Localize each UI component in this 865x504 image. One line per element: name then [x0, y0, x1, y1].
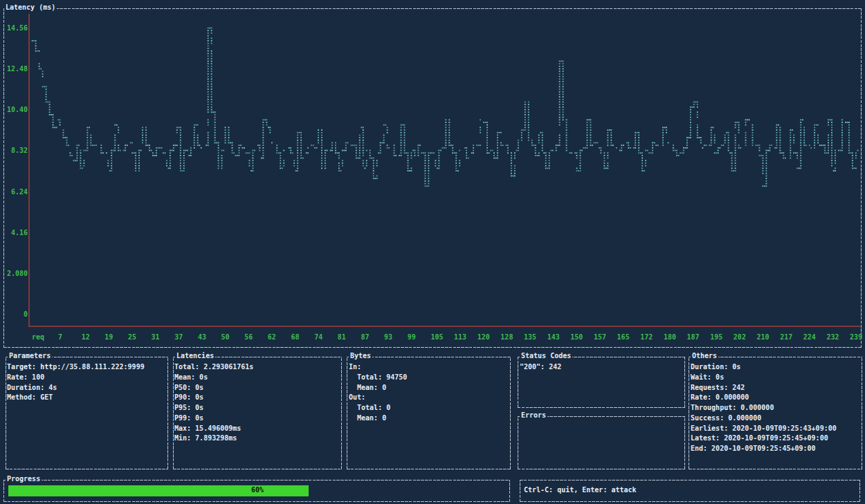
progress-panel: Progress 60% — [3, 480, 510, 502]
bytes-line: In: — [349, 362, 407, 373]
bytes-line: Out: — [349, 393, 407, 403]
latencies-line: P50: 0s — [174, 383, 253, 393]
terminal-screen[interactable]: Latency (ms) 14.5612.4810.408.326.244.16… — [0, 0, 865, 504]
others-panel: Others Duration: 0sWait: 0sRequests: 242… — [689, 357, 862, 469]
bytes-line: Mean: 0 — [349, 413, 407, 424]
errors-panel: Errors — [518, 416, 685, 469]
keybinds-panel: Ctrl-C: quit, Enter: attack — [520, 480, 860, 502]
latencies-lines: Total: 2.293061761sMean: 0sP50: 0sP90: 0… — [174, 362, 253, 444]
latencies-line: Max: 15.496009ms — [174, 424, 253, 434]
parameters-line: Rate: 100 — [7, 373, 145, 383]
latencies-line: Min: 7.893298ms — [174, 433, 253, 444]
status-codes-panel: Status Codes "200": 242 — [518, 357, 685, 408]
others-line: End: 2020-10-09T09:25:45+09:00 — [691, 444, 837, 454]
bytes-line: Mean: 0 — [349, 383, 407, 393]
others-lines: Duration: 0sWait: 0sRequests: 242Rate: 0… — [691, 362, 837, 454]
bytes-panel: Bytes In: Total: 94750 Mean: 0Out: Total… — [347, 357, 511, 469]
status-codes-lines: "200": 242 — [520, 362, 561, 373]
latencies-line: P99: 0s — [174, 413, 253, 424]
others-line: Wait: 0s — [691, 373, 837, 383]
parameters-lines: Target: http://35.88.111.222:9999Rate: 1… — [7, 362, 145, 403]
latencies-line: Total: 2.293061761s — [174, 362, 253, 373]
parameters-panel: Parameters Target: http://35.88.111.222:… — [6, 357, 168, 469]
others-line: Rate: 0.000000 — [691, 393, 837, 403]
latencies-line: P90: 0s — [174, 393, 253, 403]
latencies-line: Mean: 0s — [174, 373, 253, 383]
others-line: Success: 0.000000 — [691, 413, 837, 424]
others-line: Latest: 2020-10-09T09:25:45+09:00 — [691, 433, 837, 444]
errors-panel-title: Errors — [520, 411, 547, 419]
bytes-panel-title: Bytes — [349, 352, 372, 360]
others-panel-title: Others — [691, 352, 718, 360]
parameters-line: Target: http://35.88.111.222:9999 — [7, 362, 145, 373]
latencies-panel-title: Latencies — [175, 352, 215, 360]
latencies-panel: Latencies Total: 2.293061761sMean: 0sP50… — [173, 357, 342, 469]
parameters-panel-title: Parameters — [8, 352, 52, 360]
bytes-line: Total: 0 — [349, 403, 407, 413]
status-codes-panel-title: Status Codes — [520, 352, 572, 360]
parameters-line: Method: GET — [7, 393, 145, 403]
progress-panel-title: Progress — [6, 475, 42, 483]
status-codes-line: "200": 242 — [520, 362, 561, 373]
latencies-line: P95: 0s — [174, 403, 253, 413]
parameters-line: Duration: 4s — [7, 383, 145, 393]
keybinds-text: Ctrl-C: quit, Enter: attack — [524, 485, 637, 496]
progress-bar-label: 60% — [8, 486, 507, 494]
others-line: Requests: 242 — [691, 383, 837, 393]
others-line: Earliest: 2020-10-09T09:25:43+09:00 — [691, 424, 837, 434]
others-line: Duration: 0s — [691, 362, 837, 373]
others-line: Throughput: 0.000000 — [691, 403, 837, 413]
bytes-lines: In: Total: 94750 Mean: 0Out: Total: 0 Me… — [349, 362, 407, 424]
latency-panel-title: Latency (ms) — [4, 3, 57, 11]
bytes-line: Total: 94750 — [349, 373, 407, 383]
